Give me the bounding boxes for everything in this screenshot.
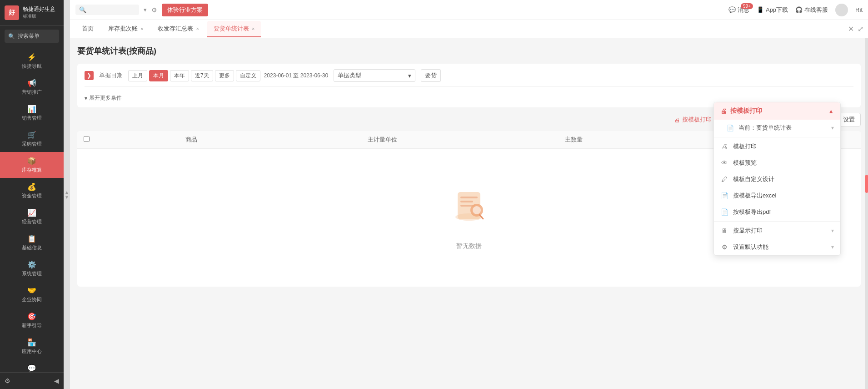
- app-download-button[interactable]: 📱 App下载: [757, 6, 788, 14]
- filter-bar: ❯ 单据日期 上月 本月 本年 近7天 更多 自定义 2023-06-01 至 …: [77, 64, 861, 107]
- sidebar-label-marketing: 营销推广: [22, 89, 42, 96]
- topbar-chevron-icon[interactable]: ▾: [144, 6, 147, 13]
- tab-receipt-close[interactable]: ×: [196, 26, 199, 31]
- default-func-arrow: ▾: [831, 244, 834, 250]
- sidebar-label-operation: 经营管理: [22, 218, 42, 225]
- dropdown-template-preview[interactable]: 👁 模板预览: [714, 155, 840, 171]
- sidebar-label-guide: 新手引导: [22, 322, 42, 329]
- user-avatar[interactable]: [835, 4, 848, 16]
- logo-sub: 标准版: [23, 13, 55, 20]
- date-current-month[interactable]: 本月: [149, 70, 168, 81]
- sidebar-label-basic: 基础信息: [22, 244, 42, 251]
- dropdown-divider-2: [714, 221, 840, 222]
- default-func-icon: ⚙: [720, 243, 728, 251]
- current-template-arrow: ▾: [831, 125, 834, 131]
- scroll-down-arrow[interactable]: ▼: [65, 195, 69, 200]
- app-icon: 📱: [757, 6, 764, 13]
- dropdown-display-print[interactable]: 🖥 按显示打印 ▾: [714, 222, 840, 239]
- tab-order[interactable]: 要货单统计表 ×: [207, 21, 261, 37]
- date-prev-month[interactable]: 上月: [128, 70, 147, 81]
- sidebar-item-inventory[interactable]: 📦库存核算: [0, 152, 64, 178]
- template-print-icon: 🖨: [720, 143, 728, 150]
- tab-receipt-label: 收发存汇总表: [158, 25, 193, 33]
- online-service-button[interactable]: 🎧 在线客服: [795, 6, 828, 14]
- tab-home[interactable]: 首页: [75, 21, 100, 37]
- sidebar-item-basic[interactable]: 📋基础信息: [0, 230, 64, 256]
- sidebar-item-marketing[interactable]: 📢营销推广: [0, 74, 64, 100]
- topbar-gear-icon[interactable]: ⚙: [151, 6, 157, 14]
- dropdown-default-func[interactable]: ⚙ 设置默认功能 ▾: [714, 239, 840, 255]
- dropdown-template-pdf[interactable]: 📄 按模板导出pdf: [714, 204, 840, 220]
- template-design-icon: 🖊: [720, 176, 728, 183]
- dropdown-template-excel[interactable]: 📄 按模板导出excel: [714, 187, 840, 204]
- sidebar-icon-guide: 🎯: [27, 312, 36, 321]
- topbar-search-box[interactable]: 🔍: [75, 5, 139, 15]
- filter-row: ❯ 单据日期 上月 本月 本年 近7天 更多 自定义 2023-06-01 至 …: [85, 69, 853, 82]
- dropdown-template-design[interactable]: 🖊 模板自定义设计: [714, 171, 840, 187]
- template-print-label: 模板打印: [733, 142, 757, 151]
- logo-text: 畅捷通好生意: [23, 6, 55, 13]
- sidebar-item-operation[interactable]: 📈经营管理: [0, 204, 64, 230]
- scroll-up-arrow[interactable]: ▲: [65, 190, 69, 195]
- dropdown-print-icon: 🖨: [720, 107, 727, 115]
- topbar-search-input[interactable]: [89, 7, 135, 13]
- expand-window-button[interactable]: ⤢: [858, 25, 863, 33]
- search-menu-button[interactable]: 🔍 搜索菜单: [5, 30, 59, 43]
- expand-label: 展开更多条件: [89, 94, 122, 102]
- tab-batch-close[interactable]: ×: [140, 26, 143, 31]
- sidebar-label-inventory: 库存核算: [22, 167, 42, 173]
- date-label: 单据日期: [99, 71, 123, 80]
- goods-filter[interactable]: 要货: [421, 69, 441, 82]
- sidebar-item-collab[interactable]: 🤝企业协同: [0, 282, 64, 308]
- sidebar-item-finance[interactable]: 💰资金管理: [0, 178, 64, 204]
- sidebar-scroll[interactable]: ▲ ▼: [64, 0, 70, 389]
- settings-bottom-icon[interactable]: ⚙: [5, 377, 10, 384]
- collapse-icon[interactable]: ◀: [54, 377, 59, 384]
- page-title: 要货单统计表(按商品): [77, 45, 861, 56]
- date-custom[interactable]: 自定义: [236, 70, 260, 81]
- tab-home-label: 首页: [82, 25, 94, 33]
- close-window-button[interactable]: ✕: [848, 25, 854, 33]
- expand-more-btn[interactable]: ▾ 展开更多条件: [85, 94, 122, 102]
- tab-batch[interactable]: 库存批次账 ×: [102, 21, 150, 37]
- filter-collapse-btn[interactable]: ❯: [85, 71, 94, 80]
- sidebar-item-wechat[interactable]: 💬企业微信: [0, 359, 64, 372]
- sidebar-nav: ⚡快捷导航📢营销推广📊销售管理🛒采购管理📦库存核算💰资金管理📈经营管理📋基础信息…: [0, 46, 64, 372]
- date-current-year[interactable]: 本年: [170, 70, 189, 81]
- select-all-checkbox[interactable]: [84, 136, 90, 142]
- template-design-label: 模板自定义设计: [733, 175, 774, 183]
- username-label[interactable]: Rit: [855, 6, 863, 13]
- sidebar-item-appstore[interactable]: 🏪应用中心: [0, 333, 64, 359]
- sidebar-item-guide[interactable]: 🎯新手引导: [0, 308, 64, 333]
- dropdown-divider-1: [714, 137, 840, 137]
- current-template-item[interactable]: 📄 当前：要货单统计表 ▾: [714, 120, 840, 136]
- sidebar-item-sales[interactable]: 📊销售管理: [0, 100, 64, 126]
- trial-button[interactable]: 体验行业方案: [162, 4, 208, 16]
- date-more[interactable]: 更多: [215, 70, 234, 81]
- type-filter[interactable]: 单据类型 ▾: [334, 69, 415, 82]
- sidebar: 好 畅捷通好生意 标准版 🔍 搜索菜单 ⚡快捷导航📢营销推广📊销售管理🛒采购管理…: [0, 0, 64, 389]
- right-scrollbar[interactable]: [865, 38, 868, 389]
- topbar: 🔍 ▾ ⚙ 体验行业方案 💬 消息 99+ 📱 App下载 🎧 在线客服 Rit: [70, 0, 868, 20]
- current-template-icon: 📄: [727, 125, 734, 131]
- tab-order-close[interactable]: ×: [252, 26, 254, 31]
- print-label: 按模板打印: [682, 116, 712, 124]
- date-7days[interactable]: 近7天: [191, 70, 213, 81]
- message-button[interactable]: 💬 消息 99+: [728, 6, 749, 14]
- sidebar-label-quicknav: 快捷导航: [22, 63, 42, 70]
- dropdown-collapse-icon[interactable]: ▲: [828, 108, 834, 115]
- type-filter-chevron: ▾: [408, 72, 411, 79]
- tab-batch-label: 库存批次账: [108, 25, 138, 33]
- goods-filter-label: 要货: [425, 71, 437, 80]
- topbar-search-icon: 🔍: [79, 6, 86, 13]
- sidebar-item-system[interactable]: ⚙️系统管理: [0, 256, 64, 282]
- template-preview-label: 模板预览: [733, 159, 757, 167]
- sidebar-item-quicknav[interactable]: ⚡快捷导航: [0, 48, 64, 74]
- scrollbar-thumb[interactable]: [865, 175, 868, 193]
- dropdown-template-print[interactable]: 🖨 模板打印: [714, 138, 840, 155]
- tab-receipt[interactable]: 收发存汇总表 ×: [151, 21, 205, 37]
- sidebar-item-purchase[interactable]: 🛒采购管理: [0, 126, 64, 152]
- sidebar-label-sales: 销售管理: [22, 115, 42, 121]
- print-icon: 🖨: [674, 116, 680, 123]
- expand-icon: ▾: [85, 95, 87, 101]
